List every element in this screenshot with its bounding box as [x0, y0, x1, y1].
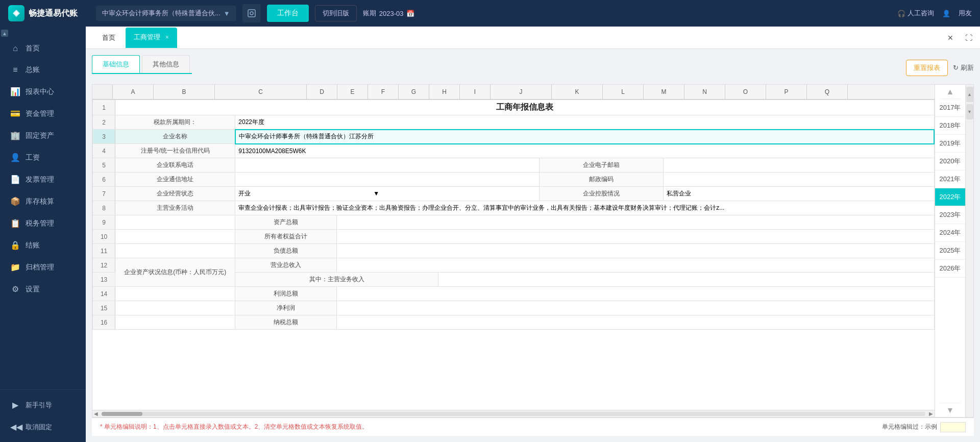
sidebar-item-finance[interactable]: 💳 资金管理: [0, 103, 86, 125]
year-item-2022[interactable]: 2022年: [935, 188, 965, 206]
year-item-2019[interactable]: 2019年: [935, 135, 965, 153]
table-row: 12 企业资产状况信息(币种：人民币万元) 营业总收入: [93, 258, 935, 273]
cell-5-email[interactable]: [664, 158, 934, 173]
collapse-up-button[interactable]: ▲: [966, 87, 973, 102]
cell-12-value[interactable]: [337, 258, 934, 273]
sidebar-item-guide[interactable]: ▶ 新手引导: [0, 394, 86, 416]
sidebar-item-home[interactable]: ⌂ 首页: [0, 38, 86, 59]
window-expand-button[interactable]: ⛶: [962, 31, 976, 45]
year-panel: ▲ 2017年 2018年 2019年 2020年 2021年 2022年 20…: [935, 85, 965, 417]
h-scroll-track[interactable]: [102, 412, 925, 416]
horizontal-scrollbar[interactable]: ◀ ▶: [92, 410, 935, 417]
row-num-15: 15: [93, 301, 115, 315]
cell-3-value[interactable]: 中审众环会计师事务所（特殊普通合伙）江苏分所: [235, 130, 934, 144]
cell-6-zip[interactable]: [664, 173, 934, 187]
col-header-B: B: [154, 85, 215, 99]
cell-2-value[interactable]: 2022年度: [235, 115, 934, 130]
cell-5-phone[interactable]: [235, 158, 540, 173]
sub-tab-other[interactable]: 其他信息: [142, 55, 190, 73]
title-cell[interactable]: 工商年报信息表: [115, 100, 934, 115]
cell-16-label: 纳税总额: [235, 315, 337, 330]
headset-icon: 🎧: [897, 10, 905, 17]
old-version-button[interactable]: 切到旧版: [315, 5, 357, 21]
year-item-2023[interactable]: 2023年: [935, 206, 965, 224]
year-item-2018[interactable]: 2018年: [935, 117, 965, 135]
sidebar-label-ledger: 总账: [26, 65, 40, 75]
col-header-K: K: [552, 85, 603, 99]
workbench-button[interactable]: 工作台: [267, 5, 309, 22]
sub-tab-basic[interactable]: 基础信息: [92, 55, 140, 73]
sidebar-item-archive[interactable]: 📁 归档管理: [0, 256, 86, 278]
year-item-2025[interactable]: 2025年: [935, 242, 965, 260]
cell-6-addr[interactable]: [235, 173, 540, 187]
refresh-button[interactable]: ↻ 刷新: [953, 63, 974, 72]
caret-icon: ▼: [224, 10, 230, 17]
year-item-2026[interactable]: 2026年: [935, 260, 965, 278]
row-num-4: 4: [93, 144, 115, 158]
cell-11-value[interactable]: [337, 244, 934, 258]
year-scroll-up[interactable]: ▲: [940, 85, 961, 99]
sidebar-label-archive: 归档管理: [26, 263, 54, 272]
sidebar-item-invoice[interactable]: 📄 发票管理: [0, 168, 86, 190]
cell-4-value[interactable]: 91320100MA208E5W6K: [235, 144, 934, 158]
refresh-label: 刷新: [961, 63, 974, 72]
reset-report-button[interactable]: 重置报表: [906, 60, 948, 76]
sidebar-item-settings[interactable]: ⚙ 设置: [0, 278, 86, 300]
cell-11-empty: [115, 244, 235, 258]
tab-close-button[interactable]: ×: [165, 34, 169, 41]
cell-15-value[interactable]: [337, 301, 934, 315]
year-item-2017[interactable]: 2017年: [935, 99, 965, 117]
row-num-10: 10: [93, 230, 115, 244]
sidebar-item-fixed-assets[interactable]: 🏢 固定资产: [0, 125, 86, 146]
cell-14-value[interactable]: [337, 287, 934, 301]
tab-home[interactable]: 首页: [94, 28, 124, 47]
scroll-right-arrow[interactable]: ▶: [927, 410, 935, 418]
sidebar-label-invoice: 发票管理: [26, 175, 54, 184]
row-num-13: 13: [93, 273, 115, 287]
cell-7-holding[interactable]: 私营企业: [664, 187, 934, 201]
sidebar-item-unpin[interactable]: ◀◀ 取消固定: [0, 416, 86, 438]
cell-16-empty: [115, 315, 235, 330]
collapse-area: ▲ ▼: [965, 85, 973, 417]
sidebar-item-inventory[interactable]: 📦 库存核算: [0, 190, 86, 212]
cell-9-value[interactable]: [337, 215, 934, 230]
sidebar-item-closing[interactable]: 🔒 结账: [0, 234, 86, 256]
company-icon-btn[interactable]: [242, 4, 261, 22]
sidebar-item-reports[interactable]: 📊 报表中心: [0, 81, 86, 103]
company-selector[interactable]: 中审众环会计师事务所（特殊普通合伙... ▼: [96, 6, 236, 21]
year-item-2021[interactable]: 2021年: [935, 170, 965, 188]
sidebar-item-general-ledger[interactable]: ≡ 总账: [0, 59, 86, 81]
cell-14-label: 利润总额: [235, 287, 337, 301]
tab-active[interactable]: 工商管理 ×: [126, 28, 177, 48]
closing-icon: 🔒: [10, 240, 20, 250]
sub-tab-basic-label: 基础信息: [103, 60, 129, 68]
cell-10-value[interactable]: [337, 230, 934, 244]
cell-6-label: 企业通信地址: [115, 173, 235, 187]
collapse-down-button[interactable]: ▼: [966, 104, 973, 119]
calendar-icon[interactable]: 📅: [406, 10, 414, 17]
cell-11-label: 负债总额: [235, 244, 337, 258]
year-item-2024[interactable]: 2024年: [935, 224, 965, 242]
year-item-2020[interactable]: 2020年: [935, 153, 965, 170]
col-header-O: O: [725, 85, 766, 99]
row-num: 1: [93, 100, 115, 115]
h-scroll-handle[interactable]: [102, 412, 142, 416]
year-scroll-down[interactable]: ▼: [940, 403, 961, 417]
period-info: 账期 2023-03 📅: [363, 9, 415, 18]
sidebar-label-settings: 设置: [26, 285, 40, 294]
user-service[interactable]: 🎧 人工咨询: [897, 9, 934, 18]
cell-7-status[interactable]: 开业 ▼: [235, 187, 540, 201]
sidebar-scroll-up[interactable]: ▲: [1, 30, 8, 37]
table-scroll-area[interactable]: 1 工商年报信息表 2 税款所属期间： 2022年度 3: [92, 100, 935, 410]
col-header-H: H: [429, 85, 460, 99]
payroll-icon: 👤: [10, 153, 20, 162]
col-header-F: F: [368, 85, 399, 99]
sidebar-item-tax[interactable]: 📋 税务管理: [0, 212, 86, 234]
table-row: 7 企业经营状态 开业 ▼ 企业控股情况 私营企业: [93, 187, 935, 201]
window-close-button[interactable]: ✕: [943, 31, 958, 45]
cell-16-value[interactable]: [337, 315, 934, 330]
cell-8-value[interactable]: 审查企业会计报表；出具审计报告；验证企业资本；出具验资报告；办理企业合开、分立、…: [235, 201, 934, 215]
sidebar-item-payroll[interactable]: 👤 工资: [0, 146, 86, 168]
scroll-left-arrow[interactable]: ◀: [92, 410, 100, 418]
cell-13-value[interactable]: [438, 273, 934, 287]
